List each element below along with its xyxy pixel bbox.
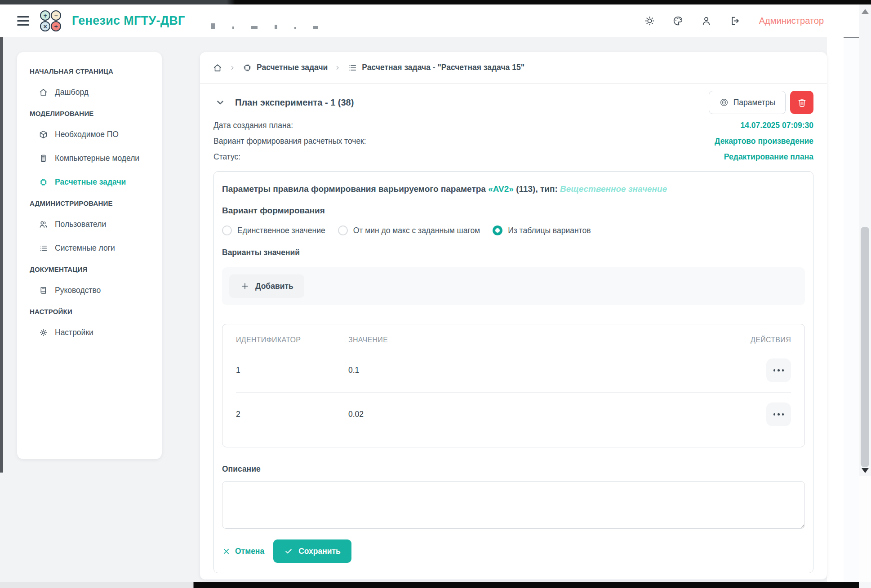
user-icon[interactable] [701, 15, 712, 27]
menu-hamburger-icon[interactable] [17, 16, 29, 26]
sidebar-item-computer-models[interactable]: Компьютерные модели [17, 146, 162, 170]
trash-icon [797, 97, 807, 108]
scrollbar-track [859, 476, 871, 582]
page-scrollbar-thumb[interactable] [861, 227, 869, 467]
rule-title-prefix: Параметры правила формирования варьируем… [222, 184, 488, 194]
palette-icon[interactable] [672, 15, 684, 27]
delete-plan-button[interactable] [790, 91, 813, 114]
values-heading: Варианты значений [222, 248, 805, 257]
app-title: Генезис МГТУ-ДВГ [72, 14, 185, 28]
row-actions-button[interactable] [766, 402, 791, 426]
logout-icon[interactable] [729, 15, 740, 27]
sidebar-item-software[interactable]: Необходимое ПО [17, 123, 162, 146]
cancel-button-label: Отмена [235, 547, 264, 556]
sidebar-item-manual[interactable]: Руководство [17, 279, 162, 302]
check-icon [284, 547, 293, 556]
info-value: Декартово произведение [715, 137, 813, 146]
window-left-edge [0, 28, 3, 473]
logo-minus-icon: − [51, 10, 61, 21]
cancel-button[interactable]: Отмена [222, 547, 264, 556]
calculator-icon [39, 154, 48, 163]
breadcrumb-calc-tasks[interactable]: Расчетные задачи [242, 63, 328, 73]
gear-icon [39, 328, 48, 337]
radio-from-table[interactable]: Из таблицы вариантов [493, 225, 591, 235]
row-id: 1 [236, 366, 348, 375]
sidebar-item-settings[interactable]: Настройки [17, 321, 162, 345]
sidebar-item-label: Настройки [55, 328, 93, 337]
sidebar-section-settings: НАСТРОЙКИ [17, 302, 162, 321]
chevron-down-icon[interactable] [213, 96, 227, 109]
row-value: 0.1 [348, 366, 742, 375]
page-scrollbar[interactable] [859, 4, 871, 588]
column-header-actions: ДЕЙСТВИЯ [751, 333, 791, 349]
info-row-created: Дата создания плана: 14.07.2025 07:09:30 [213, 118, 813, 133]
add-button-label: Добавить [255, 282, 293, 291]
inner-scrollbar[interactable] [844, 4, 859, 582]
parameter-rule-card: Параметры правила формирования варьируем… [213, 171, 813, 573]
breadcrumb-label: Расчетная задача - "Расчетная задача 15" [362, 63, 524, 72]
description-label: Описание [222, 464, 805, 474]
list-icon [347, 63, 357, 73]
radio-label: Единственное значение [237, 226, 325, 235]
row-actions-button[interactable] [766, 358, 791, 382]
sidebar-section-start: НАЧАЛЬНАЯ СТРАНИЦА [17, 62, 162, 80]
info-label: Вариант формирования расчетных точек: [213, 137, 366, 146]
x-icon [222, 547, 231, 556]
scrolled-content-fragment [211, 22, 391, 29]
sidebar-item-label: Необходимое ПО [55, 130, 119, 139]
radio-circle-selected-icon [493, 225, 502, 235]
column-header-id: ИДЕНТИФИКАТОР [236, 333, 348, 349]
variant-heading: Вариант формирования [222, 206, 805, 216]
plan-title: План эксперимента - 1 (38) [235, 97, 354, 108]
table-row: 1 0.1 [236, 349, 791, 392]
add-value-panel: Добавить [222, 267, 805, 305]
column-header-value: ЗНАЧЕНИЕ [348, 333, 742, 349]
values-table: ИДЕНТИФИКАТОР ЗНАЧЕНИЕ ДЕЙСТВИЯ 1 0.1 2 … [222, 324, 805, 447]
sidebar-item-label: Дашборд [55, 88, 89, 97]
theme-sun-icon[interactable] [644, 15, 655, 27]
save-button[interactable]: Сохранить [273, 539, 351, 563]
scroll-down-arrow-icon[interactable] [862, 468, 869, 473]
app-logo: + − × ÷ [40, 10, 61, 31]
breadcrumb-current-task[interactable]: Расчетная задача - "Расчетная задача 15" [347, 63, 524, 73]
cube-icon [39, 130, 48, 139]
breadcrumb-label: Расчетные задачи [257, 63, 328, 72]
ellipsis-icon [773, 413, 776, 416]
sidebar-item-calc-tasks[interactable]: Расчетные задачи [17, 170, 162, 194]
parameters-button[interactable]: Параметры [709, 91, 786, 114]
sidebar-section-modeling: МОДЕЛИРОВАНИЕ [17, 104, 162, 123]
sidebar-section-documentation: ДОКУМЕНТАЦИЯ [17, 260, 162, 279]
radio-circle-icon [338, 225, 348, 235]
rule-card-title: Параметры правила формирования варьируем… [222, 183, 805, 195]
add-value-button[interactable]: Добавить [229, 274, 304, 298]
description-textarea[interactable] [222, 481, 805, 529]
scroll-up-arrow-icon[interactable] [862, 9, 869, 14]
sidebar-item-users[interactable]: Пользователи [17, 212, 162, 236]
info-row-status: Статус: Редактирование плана [213, 149, 813, 165]
radio-single-value[interactable]: Единственное значение [222, 225, 325, 235]
current-role-label[interactable]: Администратор [759, 16, 824, 26]
sidebar-item-dashboard[interactable]: Дашборд [17, 80, 162, 104]
radio-circle-icon [222, 225, 232, 235]
values-table-header: ИДЕНТИФИКАТОР ЗНАЧЕНИЕ ДЕЙСТВИЯ [236, 333, 791, 349]
ellipsis-icon [773, 369, 776, 371]
sidebar-item-label: Пользователи [55, 220, 106, 229]
info-row-variant: Вариант формирования расчетных точек: Де… [213, 133, 813, 149]
radio-min-max-step[interactable]: От мин до макс с заданным шагом [338, 225, 480, 235]
info-label: Статус: [213, 152, 240, 162]
save-button-label: Сохранить [298, 547, 341, 556]
card-footer: Отмена Сохранить [222, 539, 805, 563]
sidebar-item-label: Руководство [55, 286, 101, 295]
chip-icon [242, 63, 252, 73]
list-icon [39, 243, 48, 253]
main-content-panel: Расчетные задачи Расчетная задача - "Рас… [200, 52, 827, 579]
row-value: 0.02 [348, 410, 742, 419]
info-value: Редактирование плана [724, 152, 813, 162]
parameter-name: «AV2» [488, 184, 514, 194]
home-icon[interactable] [213, 63, 222, 73]
header-left: + − × ÷ Генезис МГТУ-ДВГ [0, 10, 185, 31]
plan-section: План эксперимента - 1 (38) Параметры Дат… [200, 91, 827, 588]
logo-divide-icon: ÷ [51, 21, 61, 31]
eye-icon [719, 97, 729, 107]
sidebar-item-system-logs[interactable]: Системные логи [17, 236, 162, 260]
